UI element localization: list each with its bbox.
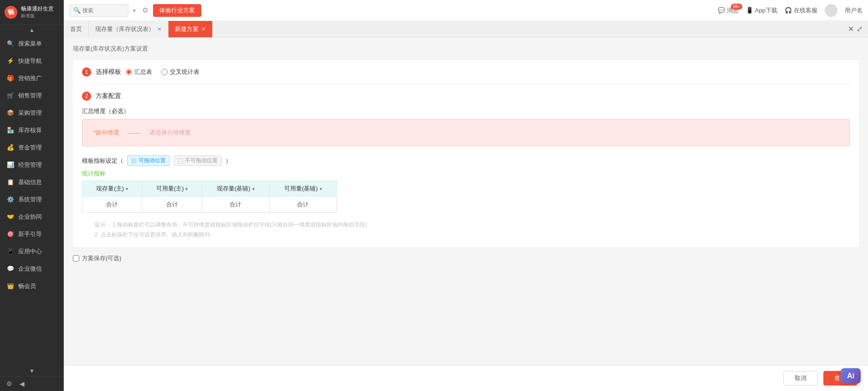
search-icon: 🔍 xyxy=(6,40,15,48)
sidebar-item-label: 库存核算 xyxy=(18,126,42,134)
dimension-box[interactable]: *纵向维度 —— 请选择分组维度 xyxy=(82,119,850,146)
section-plan-config: 2 方案配置 汇总维度（必选） *纵向维度 —— 请选择分组维度 xyxy=(82,92,850,240)
th-chevron-1[interactable]: ▾ xyxy=(185,186,188,191)
template-radio-group: 汇总表 交叉统计表 xyxy=(126,68,199,76)
sidebar-item-app-center[interactable]: 📱 应用中心 xyxy=(0,243,64,260)
sidebar-item-quick-nav[interactable]: ⚡ 快捷导航 xyxy=(0,52,64,70)
ai-button[interactable]: Ai xyxy=(841,368,861,384)
username-label[interactable]: 用户名 xyxy=(845,6,863,15)
enterprise-wechat-icon: 💬 xyxy=(6,265,15,273)
th-label-0: 现存量(主) xyxy=(96,185,124,193)
th-chevron-3[interactable]: ▾ xyxy=(320,186,322,191)
sidebar-item-enterprise-wechat[interactable]: 💬 企业微信 xyxy=(0,260,64,278)
sidebar-scroll-up[interactable]: ▲ xyxy=(0,25,64,35)
topbar-gear-icon[interactable]: ⚙ xyxy=(142,6,148,15)
sidebar-item-basic-info[interactable]: 📋 基础信息 xyxy=(0,174,64,191)
tab-new-plan[interactable]: 新建方案 ✕ xyxy=(168,21,213,37)
radio-summary[interactable]: 汇总表 xyxy=(126,68,152,76)
tip-2: 2. 点击标题栏下拉可设置排序、插入列和删除列 xyxy=(82,230,850,240)
table-header-2[interactable]: 现存量(基辅) ▾ xyxy=(202,181,269,197)
stat-section: 统计指标 现存量(主) ▾ xyxy=(82,170,850,213)
sidebar-item-purchase[interactable]: 📦 采购管理 xyxy=(0,104,64,122)
non-movable-badge-rect xyxy=(178,158,183,164)
radio-cross[interactable]: 交叉统计表 xyxy=(161,68,199,76)
user-avatar[interactable] xyxy=(825,4,837,17)
finance-icon: 💰 xyxy=(6,144,15,152)
sidebar-item-sales[interactable]: 🛒 销售管理 xyxy=(0,87,64,104)
sidebar-item-label: 系统管理 xyxy=(18,196,42,204)
trial-btn[interactable]: 体验行业方案 xyxy=(153,4,201,17)
purchase-icon: 📦 xyxy=(6,109,15,117)
cancel-button[interactable]: 取消 xyxy=(783,371,818,386)
tab-expand-btn[interactable]: ⤢ xyxy=(857,25,863,33)
th-label-1: 可用量(主) xyxy=(156,185,184,193)
tab-inventory[interactable]: 现存量（库存状况表） ✕ xyxy=(89,21,168,37)
member-icon: 👑 xyxy=(6,282,15,290)
sidebar-item-member[interactable]: 👑 畅会员 xyxy=(0,278,64,295)
save-checkbox[interactable] xyxy=(73,255,79,262)
sidebar-scroll-down[interactable]: ▼ xyxy=(0,366,64,376)
table-header-0[interactable]: 现存量(主) ▾ xyxy=(82,181,142,197)
table-cell-0-2: 合计 xyxy=(202,197,269,213)
table-cell-0-1: 合计 xyxy=(142,197,202,213)
sidebar-item-enterprise[interactable]: 🤝 企业协同 xyxy=(0,208,64,226)
radio-cross-input[interactable] xyxy=(161,69,168,75)
service-icon: 🎧 xyxy=(785,7,792,14)
sidebar-item-finance[interactable]: 💰 资金管理 xyxy=(0,139,64,156)
section-divider xyxy=(82,84,850,84)
summary-dim-label: 汇总维度（必选） xyxy=(82,107,850,115)
tab-close-btn[interactable]: ✕ xyxy=(848,25,854,33)
topbar-search-box[interactable]: 🔍 xyxy=(69,4,128,17)
operations-icon: 📊 xyxy=(6,161,15,169)
sidebar-item-label: 快捷导航 xyxy=(18,57,42,65)
indicator-settings: 模板指标设定（ 可拖动位置 不可拖动位置 ） xyxy=(82,155,850,213)
sidebar-item-search[interactable]: 🔍 搜索菜单 xyxy=(0,35,64,52)
sidebar-item-label: 新手引导 xyxy=(18,230,42,238)
radio-summary-input[interactable] xyxy=(126,69,132,75)
sidebar-item-label: 销售管理 xyxy=(18,92,42,100)
quick-nav-icon: ⚡ xyxy=(6,57,15,65)
tab-new-plan-close[interactable]: ✕ xyxy=(201,26,206,32)
table-cell-0-3: 合计 xyxy=(269,197,337,213)
app-download-btn[interactable]: 📱 App下载 xyxy=(746,6,777,15)
tips-section: 提示： 1.拖动标题栏可以调整布局，不可跨维度或指标区域拖动栏目字段(只能在同一… xyxy=(82,220,850,240)
table-header-1[interactable]: 可用量(主) ▾ xyxy=(142,181,202,197)
dim-dash: —— xyxy=(128,129,140,136)
sidebar-item-operations[interactable]: 📊 经营管理 xyxy=(0,156,64,174)
save-option: 方案保存(可选) xyxy=(73,254,859,262)
section2-num: 2 xyxy=(82,92,91,101)
sidebar-item-marketing[interactable]: 🎁 营销推广 xyxy=(0,70,64,87)
topbar-chevron-icon[interactable]: ▾ xyxy=(133,7,136,14)
sidebar-logo-text: 畅康通好生意 标准版 xyxy=(21,5,54,19)
bottom-bar: 取消 查询 xyxy=(64,365,868,391)
th-label-3: 可用量(基辅) xyxy=(284,185,318,193)
online-service-btn[interactable]: 🎧 在线客服 xyxy=(785,6,817,15)
collapse-footer-btn[interactable]: ◀ xyxy=(20,380,25,387)
section1-num: 1 xyxy=(82,67,91,77)
messages-btn[interactable]: 💬 消息 99+ xyxy=(718,6,739,15)
settings-footer-btn[interactable]: ⚙ xyxy=(6,380,12,387)
download-icon: 📱 xyxy=(746,7,753,14)
sidebar-item-new-guide[interactable]: 🎯 新手引导 xyxy=(0,226,64,243)
dim-placeholder[interactable]: 请选择分组维度 xyxy=(149,129,191,137)
tab-home[interactable]: 首页 xyxy=(64,21,89,37)
table-header-3[interactable]: 可用量(基辅) ▾ xyxy=(269,181,337,197)
sidebar-nav: 🔍 搜索菜单 ⚡ 快捷导航 🎁 营销推广 🛒 销售管理 📦 采购管理 🏪 库存核… xyxy=(0,35,64,366)
sidebar-item-system[interactable]: ⚙️ 系统管理 xyxy=(0,191,64,208)
sidebar: 畅 畅康通好生意 标准版 ▲ 🔍 搜索菜单 ⚡ 快捷导航 🎁 营销推广 🛒 销售… xyxy=(0,0,64,391)
movable-badge: 可拖动位置 xyxy=(127,155,170,166)
movable-badge-rect xyxy=(131,158,137,164)
sidebar-item-inventory[interactable]: 🏪 库存核算 xyxy=(0,122,64,139)
search-input[interactable] xyxy=(82,7,123,14)
content-area: 首页 现存量（库存状况表） ✕ 新建方案 ✕ ✕ ⤢ 现存量(库存状况表)方案设… xyxy=(64,21,868,391)
tab-inventory-close[interactable]: ✕ xyxy=(157,26,162,32)
system-icon: ⚙️ xyxy=(6,196,15,204)
stat-label: 统计指标 xyxy=(82,170,850,178)
basic-info-icon: 📋 xyxy=(6,178,15,186)
tab-inventory-label: 现存量（库存状况表） xyxy=(95,25,154,33)
tips-prefix: 提示： xyxy=(95,221,111,228)
th-chevron-2[interactable]: ▾ xyxy=(252,186,255,191)
section1-title: 选择模板 xyxy=(96,68,121,76)
th-chevron-0[interactable]: ▾ xyxy=(126,186,128,191)
sidebar-logo: 畅 畅康通好生意 标准版 xyxy=(0,0,64,25)
